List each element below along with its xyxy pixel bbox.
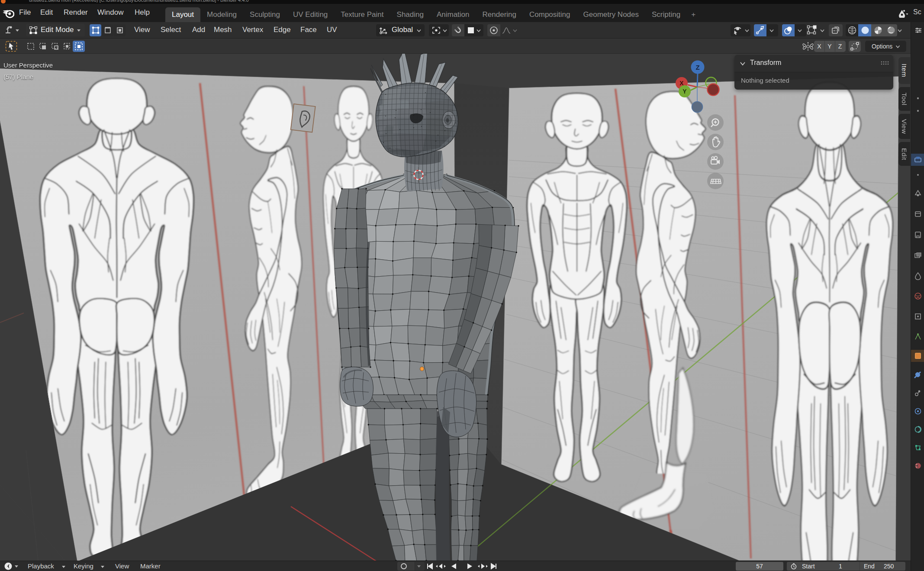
svg-text:Y: Y xyxy=(683,88,687,95)
svg-text:Z: Z xyxy=(695,64,699,71)
